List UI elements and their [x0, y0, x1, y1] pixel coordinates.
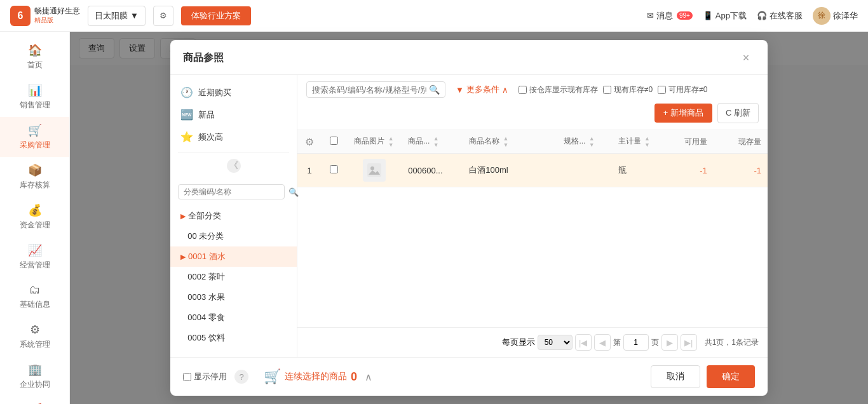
sidebar-item-inventory[interactable]: 📦 库存核算 [0, 157, 69, 197]
confirm-button[interactable]: 确定 [707, 365, 755, 388]
sidebar-item-purchase[interactable]: 🛒 采购管理 [0, 117, 69, 157]
purchase-icon: 🛒 [28, 123, 42, 137]
avail-not-zero-checkbox[interactable] [603, 86, 611, 94]
show-disabled-label[interactable]: 显示停用 [183, 371, 227, 382]
divider [178, 152, 289, 152]
add-product-button[interactable]: + 新增商品 [654, 104, 712, 123]
sidebar-item-basic-info[interactable]: 🗂 基础信息 [0, 277, 69, 316]
logo-area: 6 畅捷通好生意 精品版 [10, 6, 80, 26]
page-number-input[interactable] [623, 334, 649, 351]
sidebar-item-guide[interactable]: 🚀 新手引导 [0, 396, 69, 404]
prev-page-button[interactable]: ◀ [594, 334, 611, 351]
warehouse-checkbox[interactable] [519, 86, 527, 94]
col-header-available: 可用量 [659, 130, 713, 154]
col-header-settings[interactable]: ⚙ [297, 130, 322, 154]
app-download-item[interactable]: 📱 App下载 [703, 10, 747, 22]
category-item-0008[interactable]: 0008 水 [170, 348, 297, 351]
modal-title: 商品参照 [183, 51, 224, 65]
gear-icon: ⚙ [159, 11, 167, 20]
trial-button[interactable]: 体验行业方案 [181, 6, 251, 25]
recent-buy-item[interactable]: 🕐 近期购买 [170, 81, 297, 104]
filter-button[interactable]: ▼ 更多条件 ∧ [451, 81, 513, 98]
tree-arrow-0001: ▶ [180, 253, 186, 261]
page-size-select[interactable]: 50 100 200 [538, 335, 573, 350]
row-checkbox[interactable] [330, 165, 338, 173]
col-header-check[interactable] [322, 130, 346, 154]
all-categories-item[interactable]: ▶ 全部分类 [170, 206, 297, 226]
phone-icon: 📱 [703, 11, 713, 20]
search-input[interactable] [312, 85, 426, 95]
sidebar-item-finance[interactable]: 💰 资金管理 [0, 197, 69, 237]
collapse-button[interactable]: 《 [227, 159, 241, 173]
row-name: 白酒100ml [463, 154, 557, 187]
toolbar: 🔍 ▼ 更多条件 ∧ 按仓库显示现有库存 [297, 75, 768, 130]
category-item-0001[interactable]: ▶ 0001 酒水 [170, 246, 297, 267]
help-icon[interactable]: ? [234, 370, 248, 384]
last-page-button[interactable]: ▶| [681, 334, 697, 351]
category-item-0002[interactable]: 0002 茶叶 [170, 267, 297, 287]
usable-not-zero-checkbox-label[interactable]: 可用库存≠0 [658, 84, 707, 95]
frequent-high-item[interactable]: ⭐ 频次高 [170, 126, 297, 148]
gear-button[interactable]: ⚙ [153, 6, 173, 26]
settings-col-icon: ⚙ [305, 137, 314, 147]
usable-not-zero-checkbox[interactable] [658, 86, 666, 94]
row-checkbox-cell[interactable] [322, 154, 346, 187]
inventory-icon: 📦 [28, 163, 42, 177]
warehouse-checkbox-label[interactable]: 按仓库显示现有库存 [519, 84, 598, 95]
layout: 🏠 首页 📊 销售管理 🛒 采购管理 📦 库存核算 💰 资金管理 📈 经营管理 … [0, 32, 868, 404]
refresh-button[interactable]: C 刷新 [717, 103, 759, 123]
category-item-0004[interactable]: 0004 零食 [170, 307, 297, 328]
avail-not-zero-checkbox-label[interactable]: 现有库存≠0 [603, 84, 653, 95]
next-page-button[interactable]: ▶ [661, 334, 678, 351]
category-item-0003[interactable]: 0003 水果 [170, 287, 297, 307]
headset-icon: 🎧 [757, 11, 767, 20]
user-item[interactable]: 徐 徐泽华 [813, 7, 858, 25]
modal-close-button[interactable]: × [737, 49, 755, 67]
pagination: 每页显示 50 100 200 |◀ ◀ 第 页 ▶ [297, 327, 768, 357]
chevron-up-icon[interactable]: ∧ [365, 371, 372, 383]
svg-point-1 [370, 166, 374, 170]
message-item[interactable]: ✉ 消息 99+ [647, 10, 693, 22]
online-service-item[interactable]: 🎧 在线客服 [757, 10, 803, 22]
modal: 商品参照 × 🕐 近期购买 🆕 新品 [170, 40, 768, 396]
cart-area[interactable]: 🛒 连续选择的商品 0 [264, 368, 357, 385]
show-disabled-checkbox[interactable] [183, 373, 191, 381]
sidebar-item-operations[interactable]: 📈 经营管理 [0, 237, 69, 277]
sidebar-item-enterprise[interactable]: 🏢 企业协同 [0, 356, 69, 396]
sidebar-item-sales[interactable]: 📊 销售管理 [0, 77, 69, 117]
message-icon: ✉ [647, 11, 654, 20]
table-row[interactable]: 1 [297, 154, 768, 187]
sales-icon: 📊 [28, 83, 42, 97]
first-page-button[interactable]: |◀ [575, 334, 592, 351]
filter-icon: ▼ [456, 85, 464, 95]
right-panel: 🔍 ▼ 更多条件 ∧ 按仓库显示现有库存 [297, 75, 768, 357]
system-icon: ⚙ [30, 323, 40, 337]
basic-info-icon: 🗂 [29, 283, 41, 297]
logo-sub: 精品版 [34, 16, 80, 25]
category-search-input[interactable] [178, 184, 285, 199]
select-all-checkbox[interactable] [330, 137, 338, 145]
col-header-spec: 规格... ▲▼ [557, 130, 611, 154]
cancel-button[interactable]: 取消 [651, 365, 700, 388]
col-header-stock: 现存量 [714, 130, 768, 154]
search-box: 🔍 [306, 81, 445, 98]
message-badge: 99+ [677, 11, 693, 20]
logo-text: 畅捷通好生意 [34, 6, 80, 17]
category-item-0005[interactable]: 0005 饮料 [170, 328, 297, 348]
total-info: 共1页，1条记录 [705, 337, 759, 348]
col-header-name: 商品名称 ▲▼ [463, 130, 557, 154]
col-header-image: 商品图片 ▲▼ [346, 130, 402, 154]
sidebar-item-system[interactable]: ⚙ 系统管理 [0, 316, 69, 356]
sidebar-item-home[interactable]: 🏠 首页 [0, 37, 69, 77]
home-icon: 🏠 [28, 43, 42, 57]
col-header-code: 商品... ▲▼ [402, 130, 463, 154]
category-item-00[interactable]: 00 未分类 [170, 226, 297, 246]
new-items-item[interactable]: 🆕 新品 [170, 104, 297, 126]
search-icon[interactable]: 🔍 [429, 84, 440, 95]
nav-dropdown[interactable]: 日太阳膜 ▼ [88, 6, 146, 26]
tree-arrow-all: ▶ [180, 212, 186, 220]
recent-buy-icon: 🕐 [180, 86, 193, 98]
chevron-up-icon: ∧ [502, 85, 508, 95]
row-image [346, 154, 402, 187]
finance-icon: 💰 [28, 203, 42, 217]
